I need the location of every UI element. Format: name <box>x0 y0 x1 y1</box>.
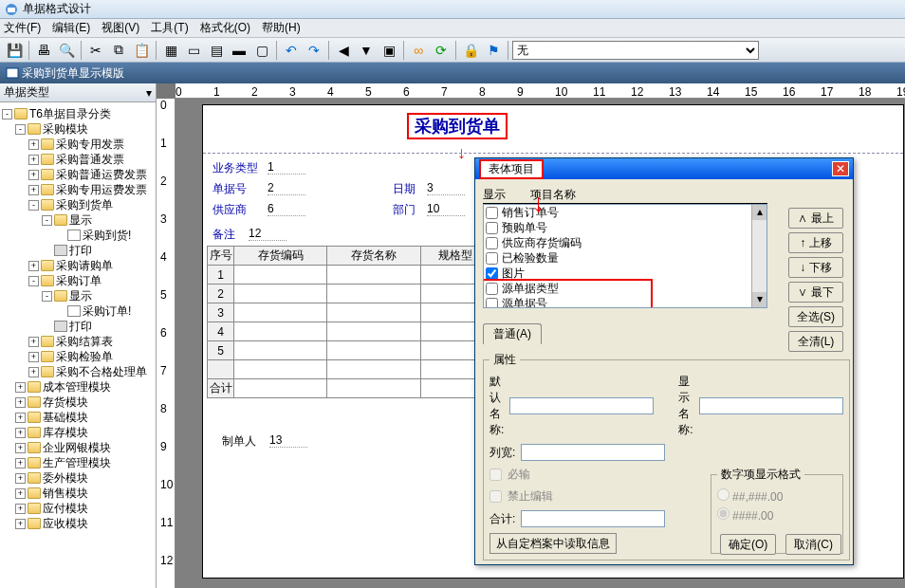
item-checkbox[interactable] <box>486 237 498 249</box>
tree-toggle-icon[interactable]: + <box>15 413 26 423</box>
tb-text-icon[interactable]: ▢ <box>251 40 272 61</box>
tree-node[interactable]: -采购模块 <box>2 121 154 137</box>
tree-toggle-icon[interactable]: + <box>28 170 39 180</box>
tree-toggle-icon[interactable]: + <box>28 139 39 150</box>
tb-label-icon[interactable]: ▬ <box>229 40 249 61</box>
tb-left-icon[interactable]: ◀ <box>333 40 354 61</box>
menu-help[interactable]: 帮助(H) <box>262 20 301 36</box>
tree-node[interactable]: +采购请购单 <box>2 258 154 273</box>
scroll-up-icon[interactable]: ▴ <box>752 205 766 220</box>
tree-node[interactable]: +销售模块 <box>2 486 154 501</box>
input-default-name[interactable] <box>509 397 654 414</box>
menu-file[interactable]: 文件(F) <box>4 20 41 36</box>
dialog-titlebar[interactable]: 表体项目 ✕ <box>475 158 853 179</box>
tree-toggle-icon[interactable]: + <box>15 443 26 453</box>
grid-cell[interactable] <box>234 360 327 379</box>
tree-node[interactable]: +应收模块 <box>2 516 154 531</box>
tree-node[interactable]: +库存模块 <box>2 425 154 440</box>
grid-cell[interactable] <box>234 266 327 285</box>
tb-link-icon[interactable]: ∞ <box>408 40 429 61</box>
grid-cell[interactable] <box>234 322 327 341</box>
input-sum[interactable] <box>521 510 665 527</box>
field-dept[interactable]: 10 <box>427 202 465 216</box>
tb-grid-icon[interactable]: ▦ <box>160 40 181 61</box>
scrollbar[interactable]: ▴ ▾ <box>751 205 766 307</box>
tree-node[interactable]: +生产管理模块 <box>2 455 154 470</box>
tree-node[interactable]: +采购检验单 <box>2 349 154 364</box>
body-grid[interactable]: 序号存货编码存货名称规格型12345合计 <box>207 246 491 398</box>
tb-flag-icon[interactable]: ⚑ <box>483 40 504 61</box>
list-item[interactable]: 预购单号 <box>484 220 766 235</box>
tb-layer-icon[interactable]: ▣ <box>379 40 399 61</box>
tb-cut-icon[interactable]: ✂ <box>85 40 106 61</box>
field-doc[interactable]: 2 <box>268 181 305 195</box>
tree-toggle-icon[interactable]: + <box>15 382 26 393</box>
tree-node[interactable]: -T6单据目录分类 <box>2 106 154 121</box>
tab-common[interactable]: 普通(A) <box>483 323 542 344</box>
list-item[interactable]: 供应商存货编码 <box>484 235 766 250</box>
tree-node[interactable]: 打印 <box>2 243 154 258</box>
tree-toggle-icon[interactable]: - <box>28 200 39 211</box>
tree-toggle-icon[interactable]: + <box>15 458 26 469</box>
tree-toggle-icon[interactable]: - <box>42 291 52 302</box>
tb-print-icon[interactable]: 🖶 <box>33 40 54 61</box>
btn-selectall[interactable]: 全选(S) <box>788 306 843 327</box>
tb-copy-icon[interactable]: ⧉ <box>108 40 129 61</box>
field-biz[interactable]: 1 <box>268 160 305 175</box>
grid-cell[interactable] <box>327 303 420 322</box>
grid-cell[interactable] <box>327 285 420 303</box>
grid-cell[interactable] <box>327 341 420 360</box>
field-memo[interactable]: 12 <box>249 227 286 241</box>
tree-node[interactable]: +采购普通发票 <box>2 152 154 167</box>
tree-toggle-icon[interactable]: + <box>15 473 26 484</box>
tb-field-icon[interactable]: ▤ <box>206 40 227 61</box>
grid-cell[interactable] <box>234 285 327 303</box>
tree-toggle-icon[interactable]: + <box>15 428 26 438</box>
tree-toggle-icon[interactable]: + <box>15 519 26 529</box>
btn-bottom[interactable]: ∨ 最下 <box>788 282 843 303</box>
list-item[interactable]: 销售订单号 <box>484 205 766 220</box>
field-maker[interactable]: 13 <box>269 433 307 448</box>
btn-top[interactable]: ∧ 最上 <box>788 208 843 229</box>
tb-lock-icon[interactable]: 🔒 <box>460 40 481 61</box>
grid-cell[interactable] <box>327 266 420 285</box>
tree-toggle-icon[interactable]: + <box>15 397 26 408</box>
btn-ok[interactable]: 确定(O) <box>720 534 776 555</box>
tree-toggle-icon[interactable]: + <box>28 185 39 195</box>
close-icon[interactable]: ✕ <box>832 161 849 176</box>
menu-format[interactable]: 格式化(O) <box>200 20 250 36</box>
tree-node[interactable]: 打印 <box>2 319 154 334</box>
tree-toggle-icon[interactable]: + <box>15 504 26 514</box>
dropdown-icon[interactable]: ▾ <box>146 86 152 100</box>
tree-node[interactable]: +采购专用运费发票 <box>2 182 154 197</box>
item-checkbox[interactable] <box>486 222 498 234</box>
tree-node[interactable]: +采购专用发票 <box>2 137 154 152</box>
tree-toggle-icon[interactable]: + <box>28 155 39 165</box>
tree-node[interactable]: +基础模块 <box>2 410 154 425</box>
field-sup[interactable]: 6 <box>268 202 305 216</box>
tree-view[interactable]: -T6单据目录分类-采购模块+采购专用发票+采购普通发票+采购普通运费发票+采购… <box>0 102 156 588</box>
btn-clearall[interactable]: 全清(L) <box>788 331 843 352</box>
input-colwidth[interactable] <box>521 444 665 461</box>
tree-toggle-icon[interactable]: - <box>42 215 52 226</box>
item-checkbox[interactable] <box>486 207 498 219</box>
grid-cell[interactable] <box>327 360 420 379</box>
grid-cell[interactable] <box>234 341 327 360</box>
tb-paste-icon[interactable]: 📋 <box>131 40 152 61</box>
grid-cell[interactable] <box>327 322 420 341</box>
tree-node[interactable]: +采购不合格处理单 <box>2 364 154 379</box>
menu-view[interactable]: 视图(V) <box>102 20 139 36</box>
tb-preview-icon[interactable]: 🔍 <box>56 40 77 61</box>
tree-node[interactable]: -采购订单 <box>2 273 154 288</box>
item-checkbox[interactable] <box>486 267 498 280</box>
tree-toggle-icon[interactable]: + <box>28 352 39 362</box>
grid-cell[interactable] <box>234 303 327 322</box>
btn-up[interactable]: ↑ 上移 <box>788 232 843 253</box>
tb-save-icon[interactable]: 💾 <box>4 40 25 61</box>
tb-down-icon[interactable]: ▼ <box>356 40 377 61</box>
btn-from-custom[interactable]: 从自定档案中读取信息 <box>489 533 617 554</box>
tree-node[interactable]: +企业网银模块 <box>2 440 154 455</box>
tree-node[interactable]: +应付模块 <box>2 501 154 516</box>
btn-cancel[interactable]: 取消(C) <box>785 534 841 555</box>
tree-node[interactable]: +采购结算表 <box>2 334 154 349</box>
